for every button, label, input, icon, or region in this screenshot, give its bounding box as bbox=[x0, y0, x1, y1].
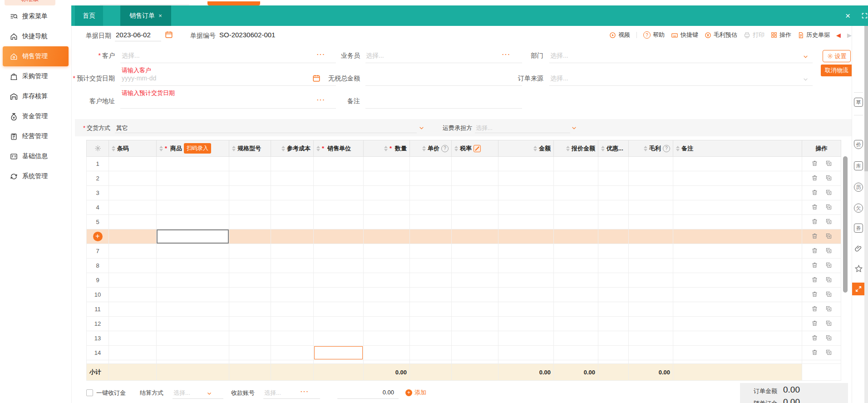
cell-ref_cost[interactable] bbox=[271, 288, 314, 302]
copy-line-button[interactable] bbox=[825, 247, 832, 255]
sidebar-item-quick-nav[interactable]: 快捷导航 bbox=[0, 26, 71, 46]
sidebar-item-sales[interactable]: 销售管理 bbox=[3, 46, 69, 66]
col-header-unit_price[interactable]: 单价? bbox=[410, 140, 452, 157]
cell-profit[interactable] bbox=[629, 331, 673, 346]
attachment-icon[interactable] bbox=[852, 244, 865, 253]
tab-close-icon[interactable]: × bbox=[158, 12, 162, 19]
doc-date-value[interactable]: 2023-06-02 bbox=[116, 31, 151, 39]
draft-icon[interactable]: 草 bbox=[852, 98, 865, 107]
delete-line-button[interactable] bbox=[811, 218, 818, 226]
cell-discount[interactable] bbox=[598, 346, 629, 360]
delete-line-button[interactable] bbox=[811, 174, 818, 183]
cell-tax_rate[interactable] bbox=[452, 229, 498, 244]
cell-quote_amount[interactable] bbox=[554, 346, 598, 360]
delete-line-button[interactable] bbox=[811, 349, 818, 357]
cell-amount[interactable] bbox=[498, 273, 554, 288]
cell-tax_rate[interactable] bbox=[452, 331, 498, 346]
add-deposit-button[interactable]: + 添加 bbox=[405, 388, 426, 397]
cell-product[interactable] bbox=[157, 273, 229, 288]
cell-barcode[interactable] bbox=[109, 259, 157, 273]
cell-profit[interactable] bbox=[629, 259, 673, 273]
cell-tax_rate[interactable] bbox=[452, 186, 498, 200]
col-header-sales_unit[interactable]: *销售单位 bbox=[314, 140, 364, 157]
cell-barcode[interactable] bbox=[109, 186, 157, 200]
cell-ref_cost[interactable] bbox=[271, 200, 314, 215]
cell-sales_unit[interactable] bbox=[314, 244, 364, 259]
arrears-icon[interactable]: 欠 bbox=[852, 204, 865, 213]
settings-button[interactable]: 设置 bbox=[823, 50, 851, 62]
cell-profit[interactable] bbox=[629, 244, 673, 259]
col-header-operation[interactable]: 操作 bbox=[802, 140, 841, 157]
cell-barcode[interactable] bbox=[109, 273, 157, 288]
cell-ref_cost[interactable] bbox=[271, 302, 314, 317]
cell-tax_rate[interactable] bbox=[452, 259, 498, 273]
tab-home[interactable]: 首页 bbox=[75, 5, 103, 26]
expand-icon[interactable] bbox=[852, 283, 865, 295]
cell-quote_amount[interactable] bbox=[554, 259, 598, 273]
history-round-icon[interactable]: 历 bbox=[852, 183, 865, 192]
cell-spec[interactable] bbox=[229, 288, 271, 302]
cell-profit[interactable] bbox=[629, 346, 673, 360]
copy-line-button[interactable] bbox=[825, 160, 832, 168]
cell-barcode[interactable] bbox=[109, 346, 157, 360]
col-header-amount[interactable]: 金额 bbox=[498, 140, 554, 157]
cell-sales_unit[interactable] bbox=[314, 186, 364, 200]
department-input[interactable]: 选择... bbox=[550, 52, 568, 60]
cell-unit_price[interactable] bbox=[410, 317, 452, 331]
cell-rownum[interactable]: + bbox=[87, 229, 109, 244]
cell-quote_amount[interactable] bbox=[554, 244, 598, 259]
cell-discount[interactable] bbox=[598, 186, 629, 200]
cell-sales_unit[interactable] bbox=[314, 259, 364, 273]
cell-barcode[interactable] bbox=[109, 171, 157, 186]
cell-quote_amount[interactable] bbox=[554, 288, 598, 302]
cell-amount[interactable] bbox=[498, 244, 554, 259]
settlement-method-input[interactable]: 选择... bbox=[173, 389, 190, 397]
cell-amount[interactable] bbox=[498, 331, 554, 346]
sidebar-item-funds[interactable]: 资金管理 bbox=[0, 106, 71, 126]
sidebar-item-system[interactable]: 系统管理 bbox=[0, 166, 71, 186]
cell-product[interactable] bbox=[157, 288, 229, 302]
cell-quote_amount[interactable] bbox=[554, 171, 598, 186]
cell-product[interactable] bbox=[157, 200, 229, 215]
cell-spec[interactable] bbox=[229, 229, 271, 244]
cell-remark[interactable] bbox=[673, 331, 802, 346]
order-source-chevron-down-icon[interactable] bbox=[803, 76, 809, 84]
delivery-date-input[interactable]: yyyy-mm-dd bbox=[122, 75, 156, 82]
help-circle-icon[interactable]: ? bbox=[441, 145, 449, 152]
cell-product[interactable] bbox=[157, 346, 229, 360]
cell-product[interactable] bbox=[157, 186, 229, 200]
cell-discount[interactable] bbox=[598, 259, 629, 273]
copy-line-button[interactable] bbox=[825, 334, 832, 343]
delete-line-button[interactable] bbox=[811, 233, 818, 241]
delivery-method-value[interactable]: 其它 bbox=[116, 124, 128, 132]
cell-product[interactable] bbox=[157, 215, 229, 229]
selected-unit-cell[interactable] bbox=[314, 346, 363, 359]
cell-quote_amount[interactable] bbox=[554, 273, 598, 288]
col-header-discount[interactable]: 优惠... bbox=[598, 140, 629, 157]
cell-quantity[interactable] bbox=[364, 229, 410, 244]
cell-quote_amount[interactable] bbox=[554, 200, 598, 215]
cell-discount[interactable] bbox=[598, 229, 629, 244]
cell-sales_unit[interactable] bbox=[314, 200, 364, 215]
cell-amount[interactable] bbox=[498, 186, 554, 200]
cell-remark[interactable] bbox=[673, 171, 802, 186]
col-header-quote_amount[interactable]: 报价金额 bbox=[554, 140, 598, 157]
cell-sales_unit[interactable] bbox=[314, 229, 364, 244]
order-source-input[interactable]: 选择... bbox=[550, 75, 568, 83]
help-button[interactable]: ? 帮助 bbox=[643, 31, 665, 39]
cell-sales_unit[interactable] bbox=[314, 302, 364, 317]
cell-unit_price[interactable] bbox=[410, 259, 452, 273]
cell-barcode[interactable] bbox=[109, 215, 157, 229]
cell-barcode[interactable] bbox=[109, 288, 157, 302]
help-circle-icon[interactable]: ? bbox=[663, 145, 670, 152]
cell-spec[interactable] bbox=[229, 259, 271, 273]
cell-remark[interactable] bbox=[673, 157, 802, 171]
copy-line-button[interactable] bbox=[825, 291, 832, 299]
focused-product-cell[interactable] bbox=[157, 229, 229, 244]
cell-discount[interactable] bbox=[598, 244, 629, 259]
cell-barcode[interactable] bbox=[109, 302, 157, 317]
delete-line-button[interactable] bbox=[811, 305, 818, 313]
cell-profit[interactable] bbox=[629, 171, 673, 186]
cell-amount[interactable] bbox=[498, 288, 554, 302]
cell-amount[interactable] bbox=[498, 200, 554, 215]
